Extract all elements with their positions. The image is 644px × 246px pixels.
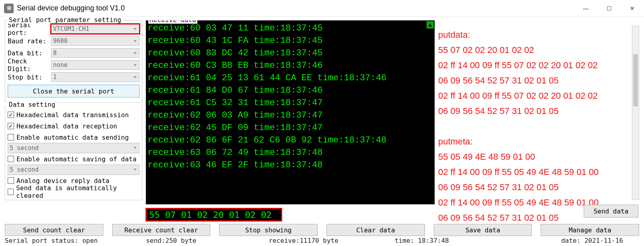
stop-label: Stop bit: xyxy=(8,73,51,81)
check-label: Check Digit: xyxy=(8,57,51,73)
annotation-overlay: putdata: 55 07 02 02 20 01 02 02 02 ff 1… xyxy=(438,27,637,226)
databit-label: Data bit: xyxy=(8,49,51,57)
auto-clear-checkbox[interactable] xyxy=(8,189,14,195)
analog-reply-checkbox[interactable] xyxy=(8,177,14,184)
baud-select[interactable]: 9600 xyxy=(51,36,139,46)
auto-send-checkbox[interactable] xyxy=(8,134,14,140)
receive-count-clear-button[interactable]: Receive count clear xyxy=(112,224,211,236)
close-serial-button[interactable]: Close the serial port xyxy=(8,85,139,98)
manage-data-button[interactable]: Manage data xyxy=(541,224,639,236)
databit-value: 8 xyxy=(53,49,57,57)
maximize-button[interactable]: ☐ xyxy=(597,0,621,17)
hex-tx-checkbox[interactable] xyxy=(8,112,14,118)
check-select[interactable]: none xyxy=(51,60,139,70)
auto-send-interval-value: 5 second xyxy=(10,144,39,152)
hex-tx-label: Hexadecimal data transmission xyxy=(16,111,129,119)
status-bar: Serial port status: open send:250 byte r… xyxy=(0,236,644,246)
serial-port-value: VTCOM1-CH1 xyxy=(53,25,89,33)
close-button[interactable]: ✕ xyxy=(621,0,644,17)
stop-select[interactable]: 1 xyxy=(51,72,139,82)
minimize-button[interactable]: — xyxy=(574,0,597,17)
stop-showing-button[interactable]: Stop showing xyxy=(219,224,318,236)
scroll-up-icon[interactable] xyxy=(427,21,434,28)
data-setting-group: Data setting Hexadecimal data transmissi… xyxy=(5,105,142,200)
status-send: send:250 byte xyxy=(146,237,196,246)
app-icon: ✻ xyxy=(4,4,14,13)
bottom-button-row: Send count clear Receive count clear Sto… xyxy=(0,222,644,236)
receive-terminal[interactable]: Receive data receive:60 03 47 11 time:18… xyxy=(146,20,435,205)
hex-rx-checkbox[interactable] xyxy=(8,123,14,129)
right-scrollbar[interactable] xyxy=(632,26,639,200)
data-setting-legend: Data setting xyxy=(8,101,57,108)
auto-send-interval-select[interactable]: 5 second xyxy=(8,143,139,153)
hex-rx-label: Hexadecimal data reception xyxy=(16,122,117,130)
status-recv: receive:11170 byte xyxy=(269,237,338,246)
check-value: none xyxy=(53,61,68,69)
receive-legend: Receive data xyxy=(148,20,197,24)
titlebar: ✻ Serial device debugging tool V1.0 — ☐ … xyxy=(0,0,644,17)
baud-value: 9600 xyxy=(53,37,68,45)
send-count-clear-button[interactable]: Send count clear xyxy=(5,224,103,236)
scrollbar-thumb[interactable] xyxy=(633,54,638,106)
window-title: Serial device debugging tool V1.0 xyxy=(17,4,125,12)
status-date: date: 2021-11-16 xyxy=(561,237,623,246)
stop-value: 1 xyxy=(53,73,57,81)
terminal-output: receive:60 03 47 11 time:18:37:45 receiv… xyxy=(148,22,433,171)
baud-label: Baud rate: xyxy=(8,37,51,45)
auto-save-label: Enable automatic saving of data xyxy=(16,155,137,163)
send-data-input[interactable] xyxy=(146,208,282,222)
auto-save-checkbox[interactable] xyxy=(8,156,14,162)
send-data-button[interactable]: Send data xyxy=(584,205,638,218)
auto-save-interval-select[interactable]: 5 second xyxy=(8,165,139,175)
auto-send-label: Enable automatic data sending xyxy=(16,134,129,141)
status-port: Serial port status: open xyxy=(5,237,98,246)
serial-params-group: Serial port parameter setting Serial por… xyxy=(5,20,142,103)
save-data-button[interactable]: Save data xyxy=(434,224,532,236)
clear-data-button[interactable]: Clear data xyxy=(326,224,425,236)
auto-clear-label: Send data is automatically cleared xyxy=(16,184,139,199)
serial-params-legend: Serial port parameter setting xyxy=(8,16,122,24)
auto-save-interval-value: 5 second xyxy=(10,166,39,173)
databit-select[interactable]: 8 xyxy=(51,48,139,58)
serial-port-select[interactable]: VTCOM1-CH1 xyxy=(51,24,139,34)
analog-reply-label: Analog device reply data xyxy=(16,177,109,185)
status-time: time: 18:37:48 xyxy=(395,237,449,246)
